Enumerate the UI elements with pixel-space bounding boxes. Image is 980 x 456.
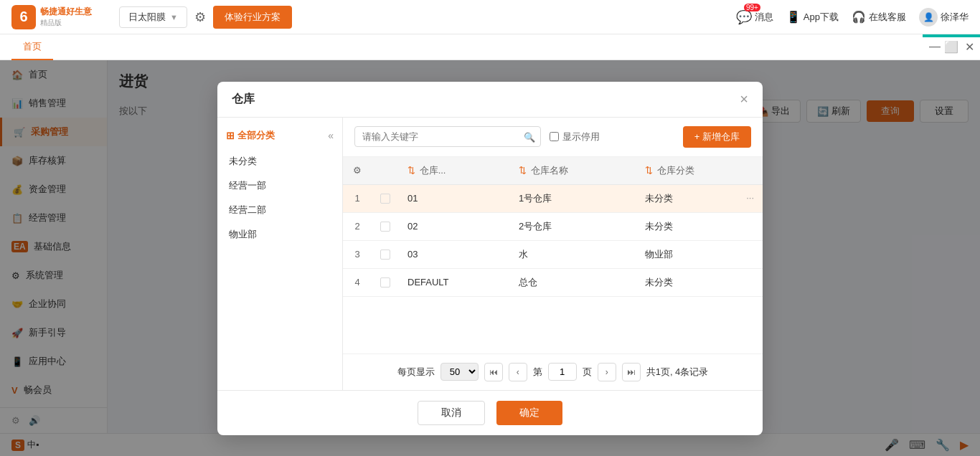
table-row[interactable]: 1 01 1号仓库 未分类 ···: [343, 184, 763, 212]
td-num: 1: [343, 184, 372, 212]
td-num: 2: [343, 212, 372, 240]
td-name: 2号仓库: [510, 212, 636, 240]
td-name: 水: [510, 240, 636, 268]
td-category: 未分类 ···: [636, 184, 763, 212]
td-category: 未分类: [636, 268, 763, 296]
logo-area: 6 畅捷通好生意 精品版: [11, 5, 119, 29]
collapse-icon[interactable]: «: [328, 130, 334, 141]
show-disabled-checkbox[interactable]: 显示停用: [550, 130, 600, 143]
logo-text: 畅捷通好生意 精品版: [40, 6, 92, 28]
nav-tabs-bar: 首页 — ⬜ ✕: [0, 34, 980, 60]
chevron-down-icon: ▼: [170, 13, 178, 22]
warehouse-table: ⚙ ⇅ 仓库... ⇅ 仓库名称: [343, 157, 763, 353]
first-page-btn[interactable]: ⏮: [484, 363, 503, 381]
page-label-pre: 第: [533, 366, 542, 379]
messages-badge: 99+: [744, 4, 760, 11]
td-checkbox[interactable]: [372, 240, 399, 268]
teal-accent-bar: [923, 34, 980, 37]
td-category: 未分类: [636, 212, 763, 240]
cat-item-unclassified[interactable]: 未分类: [217, 149, 342, 174]
per-page-select[interactable]: 50: [440, 363, 479, 381]
th-category[interactable]: ⇅ 仓库分类: [636, 157, 763, 185]
cancel-button[interactable]: 取消: [418, 401, 485, 425]
modal-body: ⊞ 全部分类 « 未分类 经营一部 经营二部 物业部: [217, 118, 763, 390]
sort-icon: ⇅: [407, 165, 415, 176]
data-toolbar: 🔍 显示停用 + 新增仓库: [343, 118, 763, 157]
checkbox-custom[interactable]: [380, 194, 390, 204]
per-page-label: 每页显示: [397, 366, 435, 379]
th-gear: ⚙: [343, 157, 372, 185]
online-service-item[interactable]: 🎧 在线客服: [852, 10, 906, 24]
user-item[interactable]: 👤 徐泽华: [919, 8, 969, 27]
sort-icon3: ⇅: [645, 165, 653, 176]
th-name[interactable]: ⇅ 仓库名称: [510, 157, 636, 185]
disabled-checkbox[interactable]: [550, 132, 559, 141]
modal-overlay: 仓库 × ⊞ 全部分类 « 未分类 经营一部 经营: [0, 60, 980, 456]
modal-footer: 取消 确定: [217, 390, 763, 435]
td-checkbox[interactable]: [372, 184, 399, 212]
app-icon: 📱: [786, 10, 801, 24]
search-input-wrap: 🔍: [354, 126, 541, 147]
td-checkbox[interactable]: [372, 268, 399, 296]
td-name: 1号仓库: [510, 184, 636, 212]
td-checkbox[interactable]: [372, 212, 399, 240]
page-label-post: 页: [583, 366, 592, 379]
table-row[interactable]: 4 DEFAULT 总仓 未分类: [343, 268, 763, 296]
td-name: 总仓: [510, 268, 636, 296]
table-row[interactable]: 2 02 2号仓库 未分类: [343, 212, 763, 240]
store-selector[interactable]: 日太阳膜 ▼: [119, 6, 187, 28]
td-code: 01: [399, 184, 510, 212]
modal-header: 仓库 ×: [217, 82, 763, 118]
td-code: 02: [399, 212, 510, 240]
message-icon: 💬: [736, 9, 752, 25]
user-avatar: 👤: [919, 8, 938, 27]
window-maximize-icon[interactable]: ⬜: [944, 40, 958, 54]
pagination: 每页显示 50 ⏮ ‹ 第 页 › ⏭ 共1页, 4条记录: [343, 353, 763, 390]
settings-icon[interactable]: ⚙: [194, 9, 206, 25]
table-row[interactable]: 3 03 水 物业部: [343, 240, 763, 268]
logo-icon: 6: [11, 5, 36, 29]
trial-button[interactable]: 体验行业方案: [213, 6, 292, 29]
tab-home[interactable]: 首页: [11, 34, 53, 60]
search-icon[interactable]: 🔍: [524, 131, 535, 142]
row-action-icon[interactable]: ···: [746, 192, 754, 203]
warehouse-modal: 仓库 × ⊞ 全部分类 « 未分类 经营一部 经营: [217, 82, 763, 435]
checkbox-custom[interactable]: [380, 277, 390, 288]
add-warehouse-button[interactable]: + 新增仓库: [683, 126, 751, 148]
category-title: ⊞ 全部分类: [226, 129, 275, 142]
search-input[interactable]: [354, 126, 541, 147]
confirm-button[interactable]: 确定: [496, 401, 562, 425]
sort-icon2: ⇅: [519, 165, 527, 176]
page-input[interactable]: [548, 363, 577, 381]
th-code[interactable]: ⇅ 仓库...: [399, 157, 510, 185]
top-header: 6 畅捷通好生意 精品版 日太阳膜 ▼ ⚙ 体验行业方案 💬 99+ 消息 📱 …: [0, 0, 980, 34]
td-code: 03: [399, 240, 510, 268]
cat-item-property[interactable]: 物业部: [217, 222, 342, 247]
total-info: 共1页, 4条记录: [646, 366, 709, 379]
grid-icon: ⊞: [226, 130, 235, 141]
app-download-item[interactable]: 📱 App下载: [786, 10, 839, 24]
category-header: ⊞ 全部分类 «: [217, 126, 342, 149]
main-layout: 🏠 首页 📊 销售管理 🛒 采购管理 📦 库存核算 💰 资金管理 📋 经营管理 …: [0, 60, 980, 456]
td-num: 4: [343, 268, 372, 296]
checkbox-custom[interactable]: [380, 222, 390, 232]
td-num: 3: [343, 240, 372, 268]
prev-page-btn[interactable]: ‹: [509, 363, 527, 381]
td-category: 物业部: [636, 240, 763, 268]
modal-close-button[interactable]: ×: [740, 92, 748, 106]
modal-title: 仓库: [232, 92, 255, 107]
cat-item-ops1[interactable]: 经营一部: [217, 174, 342, 198]
last-page-btn[interactable]: ⏭: [622, 363, 641, 381]
checkbox-custom[interactable]: [380, 250, 390, 260]
window-close-icon[interactable]: ✕: [965, 40, 974, 54]
next-page-btn[interactable]: ›: [598, 363, 616, 381]
cat-item-ops2[interactable]: 经营二部: [217, 198, 342, 222]
messages-item[interactable]: 💬 99+ 消息: [736, 9, 773, 25]
window-minimize-icon[interactable]: —: [929, 40, 941, 53]
header-right: 💬 99+ 消息 📱 App下载 🎧 在线客服 👤 徐泽华: [736, 8, 969, 27]
headset-icon: 🎧: [852, 10, 866, 24]
category-panel: ⊞ 全部分类 « 未分类 经营一部 经营二部 物业部: [217, 118, 343, 390]
messages-label: 消息: [755, 11, 773, 24]
data-panel: 🔍 显示停用 + 新增仓库 ⚙: [343, 118, 763, 390]
th-checkbox: [372, 157, 399, 185]
